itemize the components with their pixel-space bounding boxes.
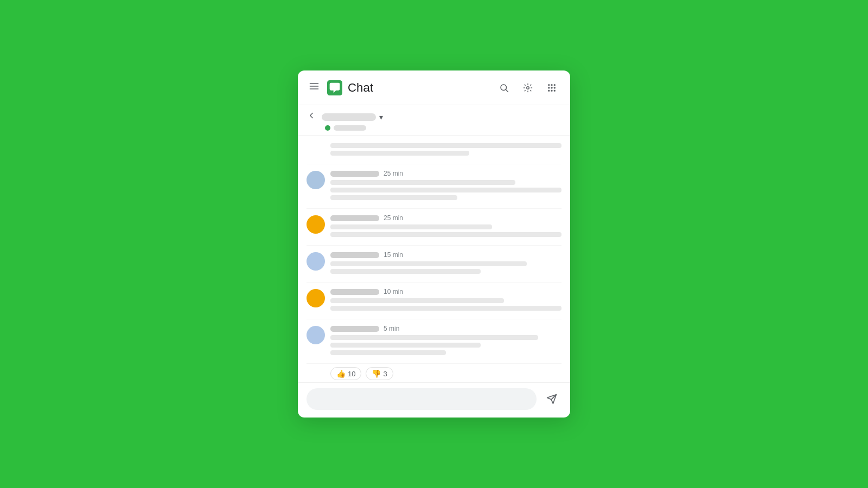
message-line xyxy=(330,269,481,274)
app-window: Chat xyxy=(298,70,570,418)
avatar xyxy=(307,289,325,307)
message-row: 25 min xyxy=(307,209,561,246)
thumbs-down-emoji: 👎 xyxy=(372,369,381,378)
header-left: Chat xyxy=(307,80,494,95)
avatar xyxy=(307,326,325,344)
back-button[interactable] xyxy=(307,111,316,123)
svg-line-5 xyxy=(506,89,508,92)
input-area xyxy=(298,382,570,418)
send-button[interactable] xyxy=(542,389,561,409)
message-line xyxy=(330,261,527,266)
svg-rect-8 xyxy=(551,84,553,86)
message-line xyxy=(330,232,561,237)
dropdown-arrow-icon[interactable]: ▾ xyxy=(379,113,383,121)
partial-message xyxy=(307,140,561,164)
sender-name-pill xyxy=(330,252,379,258)
status-text-pill xyxy=(334,125,366,131)
message-line xyxy=(330,298,504,303)
message-line xyxy=(330,350,446,355)
message-line xyxy=(330,224,492,229)
message-line xyxy=(330,343,481,348)
message-content: 25 min xyxy=(330,214,561,240)
menu-icon[interactable] xyxy=(307,81,322,94)
avatar xyxy=(307,215,325,234)
thumbs-down-reaction[interactable]: 👎 3 xyxy=(366,367,393,380)
thumbs-up-emoji: 👍 xyxy=(336,369,346,378)
settings-button[interactable] xyxy=(518,78,538,98)
svg-rect-12 xyxy=(554,87,556,88)
svg-rect-11 xyxy=(551,87,553,88)
message-line xyxy=(330,306,561,311)
message-meta: 5 min xyxy=(330,325,561,332)
message-time: 5 min xyxy=(384,325,399,332)
sender-name-pill xyxy=(330,289,379,295)
message-row: 15 min xyxy=(307,246,561,282)
message-line xyxy=(330,195,457,200)
message-line xyxy=(330,143,561,148)
thumbs-up-count: 10 xyxy=(348,370,355,378)
message-input[interactable] xyxy=(307,388,537,410)
grid-button[interactable] xyxy=(542,78,561,98)
message-meta: 25 min xyxy=(330,170,561,177)
avatar xyxy=(307,171,325,189)
message-content: 5 min xyxy=(330,325,561,358)
sender-name-pill xyxy=(330,326,379,332)
message-line xyxy=(330,180,515,185)
status-row xyxy=(325,125,561,131)
message-meta: 10 min xyxy=(330,288,561,296)
message-content: 10 min xyxy=(330,288,561,313)
svg-rect-14 xyxy=(551,89,553,91)
online-status-dot xyxy=(325,125,330,131)
header-icons xyxy=(494,78,561,98)
message-time: 25 min xyxy=(384,214,403,222)
svg-rect-15 xyxy=(554,89,556,91)
messages-area[interactable]: 25 min 25 min xyxy=(298,136,570,382)
message-line xyxy=(330,151,469,156)
message-row: 10 min xyxy=(307,282,561,319)
message-time: 15 min xyxy=(384,251,403,259)
message-row: 5 min xyxy=(307,319,561,364)
message-time: 10 min xyxy=(384,288,403,296)
header: Chat xyxy=(298,70,570,105)
subheader: ▾ xyxy=(298,105,570,136)
message-line xyxy=(330,188,561,192)
sender-name-pill xyxy=(330,215,379,221)
chat-logo-icon xyxy=(327,80,342,95)
sender-name-pill xyxy=(330,171,379,177)
thumbs-down-count: 3 xyxy=(383,370,387,378)
svg-point-6 xyxy=(527,86,529,89)
reactions-row: 👍 10 👎 3 xyxy=(307,367,561,380)
message-line xyxy=(330,335,538,340)
message-meta: 25 min xyxy=(330,214,561,222)
conversation-header: ▾ xyxy=(325,111,561,123)
message-content: 25 min xyxy=(330,170,561,203)
svg-rect-10 xyxy=(548,87,550,88)
search-button[interactable] xyxy=(494,78,514,98)
message-row: 25 min xyxy=(307,164,561,209)
conversation-name-pill xyxy=(322,113,376,121)
app-title: Chat xyxy=(348,81,373,95)
message-content: 15 min xyxy=(330,251,561,277)
avatar xyxy=(307,252,325,271)
thumbs-up-reaction[interactable]: 👍 10 xyxy=(330,367,361,380)
svg-rect-9 xyxy=(554,84,556,86)
svg-rect-7 xyxy=(548,84,550,86)
message-time: 25 min xyxy=(384,170,403,177)
svg-rect-13 xyxy=(548,89,550,91)
message-meta: 15 min xyxy=(330,251,561,259)
